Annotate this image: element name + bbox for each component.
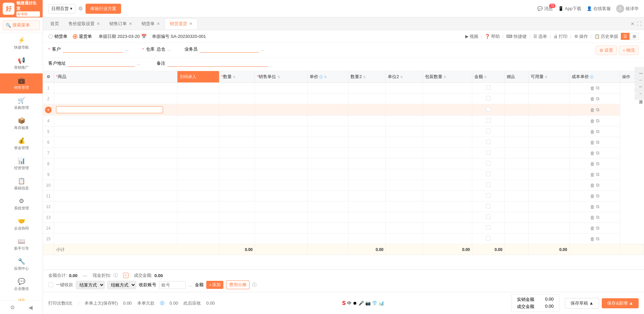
gift-checkbox[interactable] bbox=[486, 182, 491, 187]
pack-qty-cell[interactable] bbox=[386, 137, 423, 148]
quick-panel-btn-待办[interactable]: 待办 bbox=[635, 74, 644, 80]
sales-unit-cell[interactable] bbox=[219, 137, 255, 148]
available-cell[interactable] bbox=[504, 201, 528, 212]
tab-sales-return[interactable]: 销货退货✕ bbox=[165, 18, 198, 29]
sales-unit-cell[interactable] bbox=[219, 223, 255, 234]
action-btn-video[interactable]: ▶视频 bbox=[465, 34, 478, 40]
delete-row-btn[interactable]: 🗑 bbox=[590, 204, 595, 209]
action-btn-print[interactable]: 🖨打印 bbox=[553, 34, 568, 40]
customer-input[interactable] bbox=[63, 46, 123, 53]
calendar-icon[interactable]: 📅 bbox=[141, 34, 147, 39]
unit-price-cell[interactable] bbox=[255, 104, 308, 116]
amount-cell[interactable] bbox=[423, 201, 472, 212]
cost-price-cell[interactable] bbox=[529, 191, 570, 201]
collapse-icon[interactable]: ◀ bbox=[29, 304, 33, 311]
action-btn-history[interactable]: 📋历史单据 bbox=[594, 34, 618, 40]
gift-checkbox[interactable] bbox=[486, 118, 491, 123]
quick-panel-btn-消息[interactable]: 消息 bbox=[635, 94, 644, 100]
close-all-tabs-btn[interactable]: ✕ bbox=[631, 21, 635, 26]
copy-row-btn[interactable]: ⧉ bbox=[596, 225, 599, 231]
amount-cell[interactable] bbox=[423, 126, 472, 137]
unit-price-cell[interactable] bbox=[255, 159, 308, 169]
available-cell[interactable] bbox=[504, 212, 528, 223]
cost-price-cell[interactable] bbox=[529, 169, 570, 180]
unit-price-cell[interactable] bbox=[255, 234, 308, 244]
gift-checkbox[interactable] bbox=[486, 214, 491, 219]
copy-row-btn[interactable]: ⧉ bbox=[596, 150, 599, 156]
copy-row-btn[interactable]: ⧉ bbox=[596, 96, 599, 102]
pack-qty-cell[interactable] bbox=[386, 116, 423, 126]
user-profile-btn[interactable]: 人 徐泽华 bbox=[616, 5, 639, 13]
summary-method-select[interactable]: 结账方式 bbox=[107, 281, 136, 289]
debit-ques[interactable]: ⓪ bbox=[160, 300, 164, 306]
gift-checkbox[interactable] bbox=[486, 96, 491, 101]
quantity-cell[interactable] bbox=[177, 180, 219, 191]
copy-row-btn[interactable]: ⧉ bbox=[596, 139, 599, 145]
cost-price-cell[interactable] bbox=[529, 234, 570, 244]
sidebar-item-enterprise[interactable]: 🤝企业协同 bbox=[0, 214, 43, 234]
amount-cell[interactable] bbox=[423, 169, 472, 180]
delete-row-btn[interactable]: 🗑 bbox=[590, 161, 595, 167]
unit-price-cell[interactable] bbox=[255, 116, 308, 126]
amount-cell[interactable] bbox=[423, 191, 472, 201]
qty2-cell[interactable] bbox=[307, 180, 348, 191]
delete-row-btn[interactable]: 🗑 bbox=[590, 150, 595, 156]
pack-qty-cell[interactable] bbox=[386, 148, 423, 159]
sales-unit-cell[interactable] bbox=[219, 191, 255, 201]
qty2-cell[interactable] bbox=[307, 93, 348, 104]
copy-row-btn[interactable]: ⧉ bbox=[596, 161, 599, 167]
calc-method-select[interactable]: 结算方式 bbox=[76, 281, 105, 289]
amount-cell[interactable] bbox=[423, 180, 472, 191]
action-btn-help[interactable]: ❓帮助 bbox=[485, 34, 500, 40]
pack-qty-cell[interactable] bbox=[386, 169, 423, 180]
mic-icon[interactable]: 🎤 bbox=[359, 301, 364, 306]
tab-close-price-setting[interactable]: ✕ bbox=[97, 21, 100, 26]
sidebar-item-inventory[interactable]: 📦库存核算 bbox=[0, 114, 43, 134]
unit2-cell[interactable] bbox=[348, 116, 386, 126]
quantity-cell[interactable] bbox=[177, 212, 219, 223]
cost-price-cell[interactable] bbox=[529, 212, 570, 223]
delete-row-btn[interactable]: 🗑 bbox=[590, 183, 595, 188]
sidebar-item-basic[interactable]: 📋基础信息 bbox=[0, 174, 43, 194]
unit2-cell[interactable] bbox=[348, 191, 386, 201]
qty2-cell[interactable] bbox=[307, 169, 348, 180]
available-cell[interactable] bbox=[504, 180, 528, 191]
pack-qty-cell[interactable] bbox=[386, 191, 423, 201]
sales-unit-cell[interactable] bbox=[219, 126, 255, 137]
cost-price-cell[interactable] bbox=[529, 148, 570, 159]
maximize-tab-btn[interactable]: ⛶ bbox=[637, 21, 641, 26]
quantity-cell[interactable] bbox=[177, 104, 219, 116]
cost-price-cell[interactable] bbox=[529, 137, 570, 148]
address-input[interactable] bbox=[68, 60, 135, 67]
cost-price-cell[interactable] bbox=[529, 159, 570, 169]
qty2-cell[interactable] bbox=[307, 159, 348, 169]
available-cell[interactable] bbox=[504, 116, 528, 126]
cost-price-cell[interactable] bbox=[529, 180, 570, 191]
copy-row-btn[interactable]: ⧉ bbox=[596, 236, 599, 242]
customer-select-btn[interactable]: ... bbox=[125, 47, 129, 52]
gift-checkbox[interactable] bbox=[486, 172, 491, 176]
unit-price-cell[interactable] bbox=[255, 201, 308, 212]
sidebar-item-guide[interactable]: 📖新手引导 bbox=[0, 234, 43, 254]
available-cell[interactable] bbox=[504, 234, 528, 244]
pack-qty-cell[interactable] bbox=[386, 104, 423, 116]
copy-row-btn[interactable]: ⧉ bbox=[596, 172, 599, 177]
account-dots[interactable]: ... bbox=[189, 282, 192, 288]
tab-sales-order[interactable]: 销售订单✕ bbox=[105, 19, 137, 29]
camera-icon[interactable]: 📷 bbox=[365, 301, 371, 306]
unit2-cell[interactable] bbox=[348, 180, 386, 191]
unit-price-cell[interactable] bbox=[255, 148, 308, 159]
add-payment-btn[interactable]: + 添加 bbox=[206, 281, 224, 289]
amount-cell[interactable] bbox=[423, 212, 472, 223]
quantity-cell[interactable] bbox=[177, 223, 219, 234]
warehouse-select-btn[interactable]: ... bbox=[167, 47, 171, 52]
available-cell[interactable] bbox=[504, 83, 528, 93]
unit2-cell[interactable] bbox=[348, 83, 386, 93]
copy-row-btn[interactable]: ⧉ bbox=[596, 118, 599, 124]
sales-unit-cell[interactable] bbox=[219, 104, 255, 116]
sidebar-item-marketing[interactable]: 📢营销推广 bbox=[0, 53, 43, 73]
quantity-cell[interactable] bbox=[177, 159, 219, 169]
sidebar-item-appstore[interactable]: 🔧应用中心 bbox=[0, 254, 43, 274]
action-btn-select[interactable]: ☰选单 bbox=[533, 34, 547, 40]
app-download-btn[interactable]: 📱 App下载 bbox=[558, 6, 581, 12]
